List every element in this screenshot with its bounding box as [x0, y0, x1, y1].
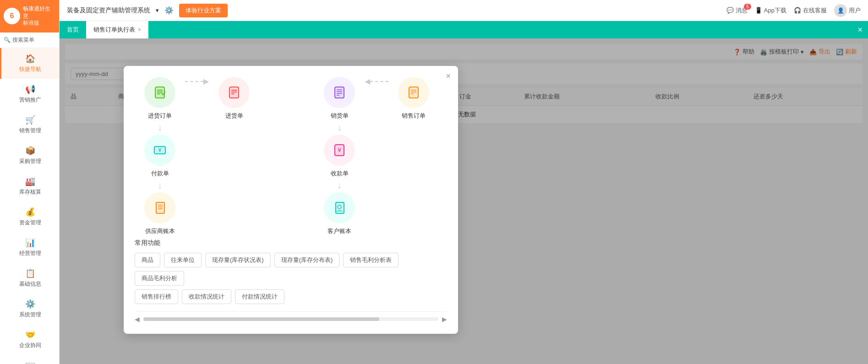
mid-right-col: 销货单 ↓ ¥ 收款单 ↓ — [314, 77, 365, 235]
topbar-dropdown[interactable]: ▾ — [156, 7, 159, 14]
payment-label: 付款单 — [151, 169, 169, 178]
experience-button[interactable]: 体验行业方案 — [179, 4, 228, 17]
sidebar-item-label: 基础信息 — [19, 280, 41, 288]
sidebar-search[interactable]: 🔍 搜索菜单 — [0, 33, 59, 48]
customer-ledger-label: 客户账本 — [328, 227, 351, 235]
func-btn-stock-status[interactable]: 现存量(库存状况表) — [205, 253, 271, 267]
purchase-bill-label: 进货单 — [225, 112, 243, 120]
customer-ledger-node[interactable]: 客户账本 — [314, 192, 365, 235]
sidebar-logo[interactable]: 6 畅康通好生意 标准版 — [0, 0, 59, 33]
sidebar-item-system[interactable]: ⚙️ 系统管理 — [0, 293, 59, 324]
message-badge: 5 — [744, 4, 751, 10]
topbar-right: 💬 消息 5 📱 App下载 🎧 在线客服 👤 用户 — [726, 4, 861, 17]
h-arrow-2: ◀ — [365, 77, 388, 111]
supplier-ledger-circle — [144, 192, 175, 223]
sidebar-item-label: 营销推广 — [19, 96, 41, 104]
sidebar-item-label: 库存核算 — [19, 188, 41, 196]
func-btn-goods-gross[interactable]: 商品毛利分析 — [135, 271, 184, 286]
payment-circle: ¥ — [144, 135, 175, 166]
payment-node[interactable]: ¥ 付款单 — [135, 135, 185, 178]
customer-ledger-circle — [324, 192, 355, 223]
tab-home[interactable]: 首页 — [60, 21, 86, 38]
sidebar-item-sales[interactable]: 🛒 销售管理 — [0, 109, 59, 140]
user-name: 用户 — [849, 6, 861, 15]
sales-bill-circle — [324, 77, 355, 108]
sidebar-item-label: 采购管理 — [19, 158, 41, 165]
sidebar-item-finance[interactable]: 💰 资金管理 — [0, 201, 59, 232]
service-icon: 🎧 — [794, 7, 801, 14]
function-buttons-row2: 销售排行榜 收款情况统计 付款情况统计 — [135, 289, 447, 304]
down-arrow-3: ↓ — [158, 179, 162, 190]
scroll-track[interactable] — [143, 317, 438, 321]
sales-order-node[interactable]: 销售订单 — [388, 77, 439, 120]
operation-icon: 📊 — [25, 238, 35, 248]
purchase-order-circle — [144, 77, 175, 108]
popup-close-btn[interactable]: × — [446, 71, 451, 81]
func-btn-partner[interactable]: 往来单位 — [164, 253, 202, 267]
flow-diagram: 进货订单 ↓ ¥ 付款单 ↓ — [135, 77, 447, 235]
newbie-icon: 📖 — [25, 360, 35, 364]
basic-icon: 📋 — [25, 268, 35, 278]
online-service-btn[interactable]: 🎧 在线客服 — [794, 6, 827, 15]
settings-icon[interactable]: ⚙️ — [164, 6, 174, 15]
supplier-ledger-node[interactable]: 供应商账本 — [135, 192, 185, 235]
app-download-btn[interactable]: 📱 App下载 — [755, 6, 786, 15]
search-icon: 🔍 — [4, 37, 11, 43]
tab-close-icon[interactable]: × — [138, 27, 141, 33]
sidebar-item-label: 快捷导航 — [19, 65, 41, 73]
tab-sales-order-exec[interactable]: 销售订单执行表 × — [86, 21, 148, 38]
logo-text: 畅康通好生意 标准版 — [23, 5, 55, 27]
sidebar-item-label: 企业协同 — [19, 342, 41, 349]
receipt-node[interactable]: ¥ 收款单 — [314, 135, 365, 178]
tab-close-window-icon[interactable]: × — [852, 25, 868, 35]
sidebar-item-purchase[interactable]: 📦 采购管理 — [0, 140, 59, 171]
popup-overlay[interactable]: × 进货订单 ↓ — [60, 38, 868, 364]
user-menu[interactable]: 👤 用户 — [834, 4, 861, 17]
common-functions-title: 常用功能 — [135, 239, 447, 247]
sidebar-item-enterprise[interactable]: 🤝 企业协同 — [0, 324, 59, 355]
marketing-icon: 📢 — [25, 84, 35, 94]
supplier-ledger-label: 供应商账本 — [145, 227, 175, 235]
sidebar-item-marketing[interactable]: 📢 营销推广 — [0, 79, 59, 109]
sidebar-item-newbie[interactable]: 📖 新手引导 — [0, 355, 59, 364]
sidebar: 6 畅康通好生意 标准版 🔍 搜索菜单 🏠 快捷导航 📢 营销推广 🛒 销售管理 — [0, 0, 60, 364]
sales-bill-node[interactable]: 销货单 — [314, 77, 365, 120]
scroll-right-btn[interactable]: ▶ — [442, 315, 447, 323]
inventory-icon: 🏭 — [25, 176, 35, 186]
left-flow-col: 进货订单 ↓ ¥ 付款单 ↓ — [135, 77, 185, 235]
func-btn-goods[interactable]: 商品 — [135, 253, 160, 267]
func-btn-payment-stat[interactable]: 付款情况统计 — [235, 289, 284, 304]
finance-icon: 💰 — [25, 207, 35, 217]
enterprise-icon: 🤝 — [25, 330, 35, 340]
sidebar-item-label: 资金管理 — [19, 219, 41, 227]
sidebar-item-quick-nav[interactable]: 🏠 快捷导航 — [0, 48, 59, 79]
sales-order-circle — [398, 77, 429, 108]
sidebar-item-basic[interactable]: 📋 基础信息 — [0, 263, 59, 293]
tab-home-label: 首页 — [67, 26, 79, 34]
svg-text:¥: ¥ — [337, 147, 341, 153]
system-title: 装备及固定资产辅助管理系统 — [67, 6, 150, 15]
sales-bill-label: 销货单 — [331, 112, 349, 120]
func-btn-sales-rank[interactable]: 销售排行榜 — [135, 289, 178, 304]
mid-left-col: 进货单 — [209, 77, 259, 120]
sales-icon: 🛒 — [25, 115, 35, 125]
sidebar-item-operation[interactable]: 📊 经营管理 — [0, 232, 59, 263]
svg-rect-30 — [409, 87, 418, 98]
message-btn[interactable]: 💬 消息 5 — [726, 6, 748, 15]
popup-scrollbar: ◀ ▶ — [135, 311, 447, 323]
svg-rect-8 — [156, 202, 164, 213]
system-icon: ⚙️ — [25, 299, 35, 309]
scroll-left-btn[interactable]: ◀ — [135, 315, 140, 323]
func-btn-stock-dist[interactable]: 现存量(库存分布表) — [274, 253, 340, 267]
popup-dialog: × 进货订单 ↓ — [124, 66, 458, 334]
sidebar-item-label: 经营管理 — [19, 250, 41, 257]
purchase-order-node[interactable]: 进货订单 — [135, 77, 185, 120]
purchase-bill-node[interactable]: 进货单 — [209, 77, 259, 120]
func-btn-sales-gross[interactable]: 销售毛利分析表 — [343, 253, 399, 267]
sidebar-item-inventory[interactable]: 🏭 库存核算 — [0, 171, 59, 201]
func-btn-receipt-stat[interactable]: 收款情况统计 — [182, 289, 231, 304]
down-arrow-4: ↓ — [337, 179, 342, 190]
svg-rect-18 — [335, 87, 344, 98]
tabbar: 首页 销售订单执行表 × × — [60, 21, 868, 38]
down-arrow-2: ↓ — [337, 122, 342, 133]
